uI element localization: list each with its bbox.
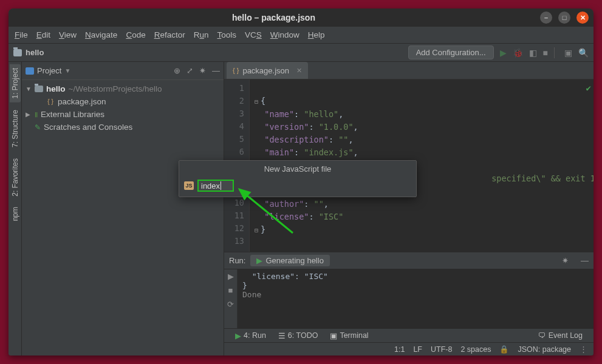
json-file-icon: { }: [46, 98, 55, 106]
menubar: File Edit View Navigate Code Refactor Ru…: [9, 27, 593, 44]
close-button[interactable]: ✕: [576, 12, 589, 24]
status-bar: 1:1 LF UTF-8 2 spaces 🔒 JSON: package ⋮: [224, 342, 593, 356]
run-tab-icon: ▶: [235, 331, 241, 340]
maximize-button[interactable]: □: [558, 12, 570, 24]
sidebar-tab-structure[interactable]: 7: Structure: [10, 106, 21, 151]
editor-tab-label: package.json: [242, 66, 289, 75]
tree-root[interactable]: ▼ hello ~/WebstormProjects/hello: [22, 83, 224, 95]
add-configuration-button[interactable]: Add Configuration...: [408, 46, 494, 59]
menu-file[interactable]: File: [15, 30, 28, 39]
editor-area: { } package.json ✕ ✔ 12345678910111213 ⊟…: [224, 62, 593, 356]
project-folder-icon: [13, 49, 22, 56]
editor-tab-package-json[interactable]: { } package.json ✕: [227, 62, 308, 79]
status-encoding[interactable]: UTF-8: [431, 345, 452, 354]
libraries-icon: ⫴: [35, 110, 38, 119]
tree-file-label: package.json: [58, 97, 106, 106]
main-body: 1: Project 7: Structure 2: Favorites npm…: [9, 62, 593, 356]
tree-root-name: hello: [46, 84, 66, 93]
sidebar-tab-npm[interactable]: npm: [10, 203, 21, 224]
status-more-icon[interactable]: ⋮: [580, 345, 587, 354]
window-title: hello – package.json: [13, 13, 534, 22]
run-tool-window: Run: ▶ Generating hello ✷ — ▶ ■ ⟳ ": [224, 252, 593, 328]
coverage-icon[interactable]: ◧: [529, 48, 537, 58]
collapse-icon[interactable]: ⤢: [186, 66, 193, 75]
status-schema[interactable]: JSON: package: [518, 345, 571, 354]
tab-event-log[interactable]: 🗨Event Log: [533, 331, 587, 340]
event-log-icon: 🗨: [538, 331, 546, 340]
sidebar-tab-project[interactable]: 1: Project: [10, 64, 21, 103]
run-play-icon: ▶: [256, 256, 262, 265]
menu-window[interactable]: Window: [270, 30, 299, 39]
project-icon: [35, 86, 43, 92]
menu-refactor[interactable]: Refactor: [154, 30, 185, 39]
project-tool-window: Project ▼ ⊕ ⤢ ✷ — ▼ hello ~/WebstormProj…: [22, 62, 224, 356]
hide-panel-icon[interactable]: —: [212, 66, 220, 75]
navigation-bar: hello Add Configuration... ▶ 🐞 ◧ ■ ▣ 🔍: [9, 44, 593, 62]
js-file-icon: JS: [184, 181, 194, 190]
search-everywhere-icon[interactable]: 🔍: [578, 48, 589, 58]
run-toolbar: ▶ ■ ⟳: [224, 269, 238, 328]
menu-edit[interactable]: Edit: [36, 30, 50, 39]
dropdown-icon[interactable]: ▼: [64, 67, 70, 74]
bottom-tool-tabs: ▶4: Run ☰6: TODO ▣Terminal 🗨Event Log: [224, 328, 593, 342]
project-tree[interactable]: ▼ hello ~/WebstormProjects/hello { } pac…: [22, 80, 224, 136]
menu-navigate[interactable]: Navigate: [85, 30, 117, 39]
tab-todo[interactable]: ☰6: TODO: [273, 331, 323, 340]
filename-input[interactable]: index: [197, 180, 234, 192]
tree-scratches[interactable]: ✎ Scratches and Consoles: [22, 121, 224, 133]
todo-icon: ☰: [278, 331, 286, 340]
scratches-label: Scratches and Consoles: [44, 123, 132, 132]
run-settings-icon[interactable]: ✷: [562, 256, 569, 265]
restart-icon[interactable]: ⟳: [227, 300, 234, 309]
popup-title: New JavaScript file: [179, 161, 416, 177]
run-icon[interactable]: ▶: [500, 48, 507, 58]
locate-icon[interactable]: ⊕: [174, 66, 180, 75]
stop-run-icon[interactable]: ■: [228, 286, 233, 295]
debug-icon[interactable]: 🐞: [513, 48, 523, 58]
run-output[interactable]: "license": "ISC" } Done: [238, 269, 593, 328]
run-hide-icon[interactable]: —: [581, 256, 589, 265]
menu-vcs[interactable]: VCS: [245, 30, 262, 39]
menu-help[interactable]: Help: [308, 30, 325, 39]
stop-icon[interactable]: ■: [543, 48, 548, 58]
external-libraries-label: External Libraries: [41, 110, 104, 119]
minimize-button[interactable]: –: [540, 12, 552, 24]
toolbar-divider: [554, 47, 555, 58]
tree-file-package-json[interactable]: { } package.json: [22, 95, 224, 108]
sidebar-tab-favorites[interactable]: 2: Favorites: [10, 155, 21, 200]
json-tab-icon: { }: [233, 67, 239, 74]
project-panel-header: Project ▼ ⊕ ⤢ ✷ —: [22, 62, 224, 80]
tree-root-path: ~/WebstormProjects/hello: [69, 84, 162, 93]
menu-code[interactable]: Code: [126, 30, 145, 39]
run-config-name[interactable]: ▶ Generating hello: [250, 255, 329, 266]
rerun-icon[interactable]: ▶: [228, 272, 234, 281]
tab-terminal[interactable]: ▣Terminal: [325, 331, 373, 340]
settings-icon[interactable]: ✷: [199, 66, 206, 75]
tree-external-libraries[interactable]: ▶ ⫴ External Libraries: [22, 108, 224, 121]
breadcrumb-root[interactable]: hello: [26, 48, 44, 57]
run-panel-header: Run: ▶ Generating hello ✷ —: [224, 252, 593, 269]
close-tab-icon[interactable]: ✕: [296, 67, 302, 75]
project-structure-icon[interactable]: ▣: [564, 48, 572, 58]
lock-icon[interactable]: 🔒: [499, 345, 509, 354]
project-panel-title[interactable]: Project: [37, 66, 61, 75]
left-tool-strip: 1: Project 7: Structure 2: Favorites npm: [9, 62, 22, 356]
terminal-icon: ▣: [330, 331, 337, 340]
run-title: Run:: [229, 256, 245, 265]
scratches-icon: ✎: [35, 123, 41, 132]
status-cursor-position[interactable]: 1:1: [394, 345, 405, 354]
status-line-ending[interactable]: LF: [413, 345, 422, 354]
status-indent[interactable]: 2 spaces: [460, 345, 491, 354]
menu-view[interactable]: View: [59, 30, 77, 39]
project-view-icon: [26, 67, 34, 75]
tab-run[interactable]: ▶4: Run: [230, 331, 271, 340]
editor-tabs: { } package.json ✕: [224, 62, 593, 79]
menu-run[interactable]: Run: [194, 30, 209, 39]
new-js-file-popup: New JavaScript file JS index: [179, 160, 417, 197]
menu-tools[interactable]: Tools: [217, 30, 236, 39]
titlebar: hello – package.json – □ ✕: [9, 8, 593, 27]
